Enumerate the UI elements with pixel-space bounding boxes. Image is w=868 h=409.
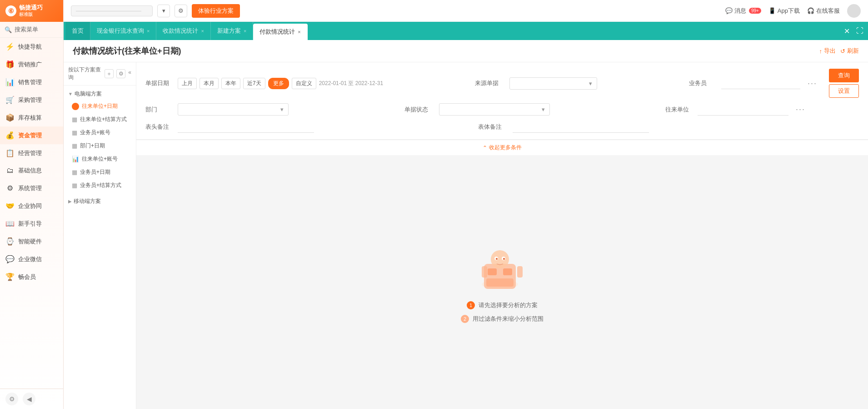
sidebar-item-system[interactable]: ⚙ 系统管理 <box>0 179 63 197</box>
dropdown-btn[interactable]: ▾ <box>157 5 170 17</box>
scheme-dept-date[interactable]: ▦ 部门+日期 <box>68 139 131 152</box>
tab-close-cash-flow[interactable]: × <box>147 28 150 34</box>
sidebar-item-operation[interactable]: 📋 经营管理 <box>0 144 63 162</box>
counterparty-input[interactable] <box>698 104 788 116</box>
sidebar-collapse-btn[interactable]: ◀ <box>23 393 35 405</box>
user-avatar[interactable] <box>847 4 861 18</box>
filter-row-notes: 表头备注 表体备注 <box>145 121 859 133</box>
sidebar-item-guide[interactable]: 📖 新手引导 <box>0 215 63 232</box>
notifications-btn[interactable]: 💬 消息 99+ <box>725 7 761 15</box>
table-body-note-input[interactable] <box>513 121 649 133</box>
desktop-group-header[interactable]: ▼ 电脑端方案 <box>68 88 131 100</box>
sidebar-footer: ⚙ ◀ <box>0 389 63 409</box>
settings-icon: ⚙ <box>119 71 124 77</box>
table-head-note-input[interactable] <box>178 121 314 133</box>
counterparty-dots[interactable]: ··· <box>796 105 805 114</box>
sidebar-icon-member: 🏆 <box>5 273 15 281</box>
sidebar-label-operation: 经营管理 <box>18 149 42 157</box>
sidebar-item-member[interactable]: 🏆 畅会员 <box>0 268 63 286</box>
dept-select[interactable]: ▾ <box>178 103 289 116</box>
customer-service-btn[interactable]: 🎧 在线客服 <box>807 7 840 15</box>
collapse-more-btn[interactable]: ⌃ 收起更多条件 <box>136 140 868 155</box>
left-panel-header: 按以下方案查询 ＋ ⚙ « <box>64 62 136 86</box>
sidebar-item-inventory[interactable]: 📦 库存核算 <box>0 109 63 126</box>
source-select[interactable]: ▾ <box>509 77 597 90</box>
tab-new-plan[interactable]: 新建方案 × <box>211 22 253 40</box>
scheme-unit-settlement[interactable]: ▦ 往来单位+结算方式 <box>68 113 131 126</box>
date-btn-this-month[interactable]: 本月 <box>200 78 219 89</box>
scheme-staff-date[interactable]: ▦ 业务员+日期 <box>68 166 131 179</box>
sidebar-item-enterprise[interactable]: 🤝 企业协同 <box>0 197 63 215</box>
expand-tabs-btn[interactable]: ⛶ <box>856 27 863 35</box>
tab-close-new-plan[interactable]: × <box>244 28 246 34</box>
scheme-unit-account[interactable]: 📊 往来单位+账号 <box>68 152 131 166</box>
close-all-tabs-btn[interactable]: ✕ <box>844 27 850 35</box>
svg-point-11 <box>503 258 505 260</box>
svg-point-10 <box>496 258 498 260</box>
table-body-note-label: 表体备注 <box>478 123 505 131</box>
empty-text-1: 请先选择要分析的方案 <box>479 301 538 309</box>
sidebar-item-finance[interactable]: 💰 资金管理 <box>0 126 63 144</box>
date-btn-this-year[interactable]: 本年 <box>221 78 240 89</box>
logo-icon: ⑥ <box>5 5 16 16</box>
query-btn[interactable]: 查询 <box>829 69 859 82</box>
sidebar-label-member: 畅会员 <box>18 273 36 281</box>
sidebar-item-sales[interactable]: 📊 销售管理 <box>0 73 63 91</box>
sidebar-icon-basic-info: 🗂 <box>5 167 15 175</box>
sidebar-icon-quick-nav: ⚡ <box>5 42 15 51</box>
sidebar-item-purchase[interactable]: 🛒 采购管理 <box>0 91 63 109</box>
doc-status-label: 单据状态 <box>404 106 432 114</box>
tab-close-payment[interactable]: × <box>298 29 300 35</box>
right-content: 单据日期 上月 本月 本年 近7天 更多 自定义 2022-01-01 至 20… <box>136 62 868 409</box>
tab-close-collection[interactable]: × <box>201 28 204 34</box>
panel-collapse-btn[interactable]: « <box>128 69 131 78</box>
sidebar-search[interactable]: 🔍 搜索菜单 <box>0 22 63 38</box>
scheme-staff-account[interactable]: ▦ 业务员+账号 <box>68 126 131 139</box>
sidebar-icon-operation: 📋 <box>5 149 15 157</box>
notification-badge: 99+ <box>749 8 761 14</box>
salesperson-input[interactable] <box>721 77 800 89</box>
sidebar-item-quick-nav[interactable]: ⚡ 快捷导航 <box>0 38 63 56</box>
sidebar-settings-btn[interactable]: ⚙ <box>5 393 18 405</box>
date-btn-custom[interactable]: 自定义 <box>292 78 316 89</box>
scheme-settings-btn[interactable]: ⚙ <box>116 69 125 78</box>
sidebar: ⑥ 畅捷通巧 标准版 🔍 搜索菜单 ⚡ 快捷导航🎁 营销推广📊 销售管理🛒 采购… <box>0 0 64 409</box>
settings-small-btn[interactable]: 设置 <box>829 84 859 98</box>
tab-payment-stats[interactable]: 付款情况统计 × <box>253 24 307 40</box>
tab-collection-stats[interactable]: 收款情况统计 × <box>156 22 210 40</box>
tab-bar: 首页 现金银行流水查询 × 收款情况统计 × 新建方案 × 付款情况统计 × ✕… <box>64 22 868 40</box>
app-download-btn[interactable]: 📱 App下载 <box>768 7 800 15</box>
filter-row-dept: 部门 ▾ 单据状态 ▾ 往来单位 <box>145 103 859 116</box>
sidebar-icon-finance: 💰 <box>5 131 15 140</box>
date-btn-7days[interactable]: 近7天 <box>243 78 265 89</box>
header-settings-btn[interactable]: ⚙ <box>175 5 187 17</box>
svg-rect-4 <box>486 278 514 287</box>
sidebar-item-basic-info[interactable]: 🗂 基础信息 <box>0 162 63 179</box>
sidebar-icon-marketing: 🎁 <box>5 60 15 69</box>
date-btn-last-month[interactable]: 上月 <box>178 78 197 89</box>
scheme-icon: ▦ <box>72 169 77 176</box>
tab-cash-flow[interactable]: 现金银行流水查询 × <box>90 22 156 40</box>
trial-btn[interactable]: 体验行业方案 <box>192 4 240 18</box>
export-btn[interactable]: ↑ 导出 <box>819 47 836 55</box>
sidebar-label-purchase: 采购管理 <box>18 96 42 104</box>
doc-status-select[interactable]: ▾ <box>439 103 550 116</box>
empty-text-2: 用过滤条件来缩小分析范围 <box>473 315 544 323</box>
sidebar-item-weixin[interactable]: 💬 企业微信 <box>0 250 63 268</box>
tab-home[interactable]: 首页 <box>65 22 90 40</box>
mobile-schemes-group[interactable]: ▶ 移动端方案 <box>64 195 136 208</box>
date-btn-more[interactable]: 更多 <box>268 78 289 89</box>
mobile-group-arrow: ▶ <box>68 199 72 204</box>
refresh-btn[interactable]: ↺ 刷新 <box>840 47 859 55</box>
salesperson-dots[interactable]: ··· <box>808 79 817 88</box>
svg-point-7 <box>491 250 509 268</box>
collapse-icon: ⌃ <box>483 145 487 151</box>
sidebar-item-marketing[interactable]: 🎁 营销推广 <box>0 56 63 73</box>
sidebar-label-guide: 新手引导 <box>18 220 42 228</box>
add-scheme-btn[interactable]: ＋ <box>105 69 114 78</box>
sidebar-logo: ⑥ 畅捷通巧 标准版 <box>0 0 63 22</box>
scheme-staff-settlement[interactable]: ▦ 业务员+结算方式 <box>68 179 131 192</box>
filter-section: 单据日期 上月 本月 本年 近7天 更多 自定义 2022-01-01 至 20… <box>136 62 868 140</box>
sidebar-item-hardware[interactable]: ⌚ 智能硬件 <box>0 232 63 250</box>
scheme-unit-date[interactable]: 往来单位+日期 <box>68 100 131 113</box>
